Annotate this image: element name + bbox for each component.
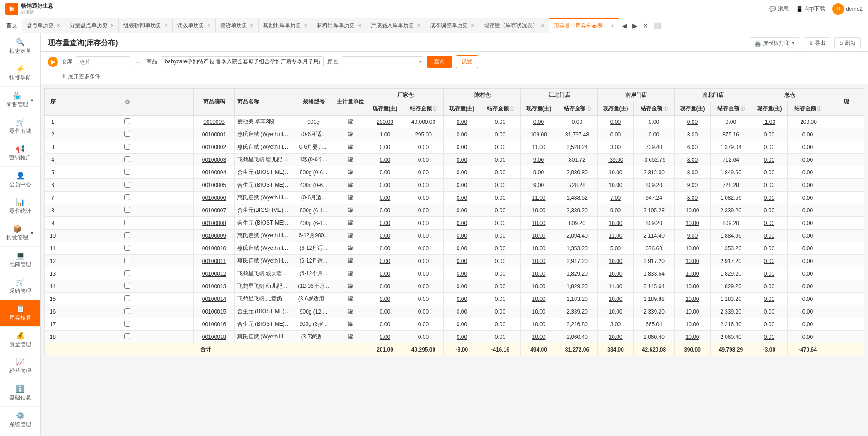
tab-pandian-close[interactable]: ✕ <box>57 23 60 28</box>
cell-check[interactable] <box>61 116 194 128</box>
print-btn[interactable]: 🖨️ 按模板打印 ▼ <box>750 37 800 49</box>
tab-pandian[interactable]: 盘点单历史 ✕ <box>22 18 65 33</box>
row-checkbox[interactable] <box>124 207 130 213</box>
sidebar-item-inventory[interactable]: 📋 库存核算 <box>0 300 40 327</box>
tab-home[interactable]: 首页 <box>2 18 22 33</box>
color-input[interactable] <box>342 56 423 67</box>
row-checkbox[interactable] <box>124 308 130 314</box>
row-checkbox[interactable] <box>124 232 130 238</box>
sidebar-item-mall[interactable]: 🛒 零售商城 <box>0 113 40 140</box>
cell-tot-amt: 0.00 <box>788 305 828 318</box>
cell-check[interactable] <box>61 154 194 166</box>
row-checkbox[interactable] <box>124 333 130 339</box>
row-checkbox[interactable] <box>124 283 130 289</box>
sidebar-item-basic-info[interactable]: ℹ️ 基础信息 <box>0 380 40 407</box>
cell-check[interactable] <box>61 192 194 204</box>
tab-kucun-kuangkuang-close[interactable]: ✕ <box>541 23 544 28</box>
cell-check[interactable] <box>61 166 194 179</box>
cell-check[interactable] <box>61 305 194 318</box>
warehouse-input[interactable] <box>76 56 130 67</box>
row-checkbox[interactable] <box>124 182 130 188</box>
tab-zuzhuan-close[interactable]: ✕ <box>164 23 168 28</box>
settings-btn[interactable]: 设置 <box>456 55 478 68</box>
row-checkbox[interactable] <box>124 270 130 276</box>
cell-check[interactable] <box>61 128 194 141</box>
tab-qitachu-close[interactable]: ✕ <box>304 23 307 28</box>
cell-unit: 罐 <box>334 280 367 293</box>
cell-check[interactable] <box>61 242 194 255</box>
sidebar-item-system[interactable]: ⚙️ 系统管理 <box>0 407 40 433</box>
cell-tot-qty: 0.00 <box>751 305 788 318</box>
tab-kucun-kuangkuang[interactable]: 现存量（库存状况表） ✕ <box>479 18 549 33</box>
sidebar-item-purchase[interactable]: 🛒 采购管理 <box>0 273 40 300</box>
th-gear[interactable]: ⚙ <box>61 89 194 116</box>
tab-close-all-btn[interactable]: ✕ <box>640 22 651 29</box>
sidebar-item-ecom[interactable]: 💻 电商管理 <box>0 247 40 273</box>
sidebar-item-retail-stats[interactable]: 📊 零售统计 <box>0 193 40 220</box>
row-checkbox[interactable] <box>124 220 130 225</box>
tab-fenpandian[interactable]: 分量盘点单历史 ✕ <box>65 18 119 33</box>
cell-check[interactable] <box>61 255 194 267</box>
tab-chengben[interactable]: 成本调整单历史 ✕ <box>425 18 479 33</box>
row-checkbox[interactable] <box>124 131 130 137</box>
tab-chengpin-close[interactable]: ✕ <box>417 23 420 28</box>
export-btn[interactable]: ⬇ 导出 <box>804 37 830 49</box>
app-download-btn[interactable]: 📱 App下载 <box>796 5 825 13</box>
row-checkbox[interactable] <box>124 321 130 327</box>
warehouse-dots-btn[interactable]: ··· <box>136 58 141 66</box>
tab-kucun-fenbu-close[interactable]: ✕ <box>611 23 614 28</box>
cell-check[interactable] <box>61 267 194 280</box>
row-checkbox[interactable] <box>124 295 130 301</box>
row-checkbox[interactable] <box>124 144 130 150</box>
sidebar-item-retail-mgmt[interactable]: 🏪 零售管理 ▲ <box>0 87 40 113</box>
sidebar-item-member[interactable]: 👤 会员中心 <box>0 167 40 193</box>
row-checkbox[interactable] <box>124 245 130 251</box>
row-checkbox[interactable] <box>124 169 130 175</box>
tab-yaohuo[interactable]: 要货单历史 ✕ <box>216 18 259 33</box>
tab-cailiao-close[interactable]: ✕ <box>358 23 361 28</box>
cell-check[interactable] <box>61 217 194 230</box>
sidebar-item-finance-label: 资金管理 <box>2 341 38 348</box>
tab-prev-btn[interactable]: ◀ <box>619 22 630 29</box>
tab-qitachu[interactable]: 其他出库单历史 ✕ <box>259 18 312 33</box>
cell-check[interactable] <box>61 141 194 154</box>
search-btn[interactable]: 查询 <box>427 56 452 68</box>
cell-check[interactable] <box>61 331 194 343</box>
refresh-btn[interactable]: ↻ 刷新 <box>834 37 861 49</box>
product-input[interactable] <box>161 56 324 67</box>
message-btn[interactable]: 💬 消息 <box>769 5 789 13</box>
table-row: 8 00100007 合生元(BIOSTIME)涨... 900g (6-1..… <box>45 204 864 217</box>
expand-more-btn[interactable]: 展开更多条件 <box>68 73 100 80</box>
cell-check[interactable] <box>61 230 194 242</box>
tab-fenpandian-close[interactable]: ✕ <box>110 23 114 28</box>
cell-check[interactable] <box>61 179 194 192</box>
tab-expand-btn[interactable]: ⬜ <box>651 22 664 29</box>
tab-chengpin[interactable]: 产成品入库单历史 ✕ <box>366 18 425 33</box>
cell-check[interactable] <box>61 280 194 293</box>
tab-kucun-fenbu[interactable]: 现存量（库存分布表） ✕ <box>549 18 619 33</box>
sidebar-item-nav[interactable]: ⚡ 快捷导航 <box>0 60 40 87</box>
sidebar-item-collab[interactable]: 🤝 企业协同 <box>0 433 40 436</box>
tab-diaobo-close[interactable]: ✕ <box>207 23 211 28</box>
tab-diaobo[interactable]: 调拨单历史 ✕ <box>173 18 216 33</box>
expand-toggle-btn[interactable]: ▶ <box>48 57 58 67</box>
row-checkbox[interactable] <box>124 258 130 263</box>
row-checkbox[interactable] <box>124 194 130 200</box>
sidebar-item-wholesale[interactable]: 📦 批发管理 ▼ <box>0 220 40 247</box>
tab-cailiao[interactable]: 材料出库单历史 ✕ <box>312 18 366 33</box>
tab-yaohuo-close[interactable]: ✕ <box>250 23 254 28</box>
cell-spec: (6-12月适... <box>293 255 334 267</box>
row-checkbox[interactable] <box>124 156 130 162</box>
sidebar-item-operations[interactable]: 📈 经营管理 <box>0 353 40 380</box>
sidebar-item-search[interactable]: 🔍 搜索英单 <box>0 33 40 60</box>
row-checkbox[interactable] <box>124 118 130 124</box>
tab-zuzhuan[interactable]: 组装拆卸单历史 ✕ <box>119 18 173 33</box>
sidebar-item-finance[interactable]: 💰 资金管理 <box>0 327 40 353</box>
cell-check[interactable] <box>61 293 194 305</box>
tab-next-btn[interactable]: ▶ <box>630 22 640 29</box>
cell-check[interactable] <box>61 204 194 217</box>
user-area[interactable]: D demo2 <box>832 3 863 15</box>
cell-check[interactable] <box>61 318 194 331</box>
sidebar-item-marketing[interactable]: 📢 营销推广 <box>0 140 40 167</box>
tab-chengben-close[interactable]: ✕ <box>471 23 474 28</box>
